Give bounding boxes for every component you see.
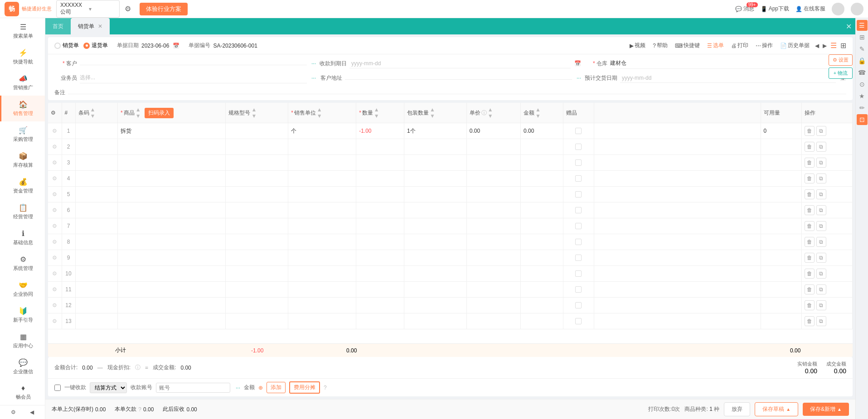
row-barcode[interactable] [75, 171, 118, 187]
row-barcode[interactable] [75, 218, 118, 234]
row-product[interactable] [118, 282, 226, 298]
row-gift[interactable] [563, 187, 594, 202]
row-unitprice[interactable] [466, 139, 520, 155]
row-unit[interactable]: 个 [288, 123, 356, 139]
copy-row-icon[interactable]: ⧉ [816, 269, 826, 279]
row-gift[interactable] [563, 171, 594, 187]
copy-row-icon[interactable]: ⧉ [816, 158, 826, 168]
row-spec[interactable] [226, 234, 288, 250]
add-payment-icon[interactable]: ⊕ [258, 385, 263, 391]
row-amount[interactable] [521, 250, 563, 266]
sidebar-settings-icon[interactable]: ⚙ [11, 409, 16, 415]
row-product[interactable] [118, 139, 226, 155]
copy-row-icon[interactable]: ⧉ [816, 173, 826, 183]
row-unitprice[interactable]: 0.00 [466, 123, 520, 139]
copy-row-icon[interactable]: ⧉ [816, 253, 826, 263]
row-pkgqty[interactable] [404, 234, 467, 250]
warehouse-input[interactable]: 建材仓 [610, 58, 837, 69]
row-unit[interactable] [288, 218, 356, 234]
row-product[interactable] [118, 218, 226, 234]
row-gift[interactable] [563, 298, 594, 313]
right-tool-circle[interactable]: ⊙ [857, 79, 868, 90]
row-amount[interactable] [521, 282, 563, 298]
row-unitprice[interactable] [466, 155, 520, 171]
settings-icon[interactable]: ⚙ [121, 3, 134, 15]
form-settings-button[interactable]: ⚙ 设置 [829, 54, 853, 66]
row-qty[interactable] [356, 282, 404, 298]
sidebar-item-purchase[interactable]: 🛒 采购管理 [0, 121, 45, 147]
row-remark[interactable] [594, 171, 761, 187]
row-pkgqty[interactable] [404, 266, 467, 282]
row-remark[interactable] [594, 313, 761, 329]
row-unit[interactable] [288, 171, 356, 187]
sidebar-item-sales[interactable]: 🏠 销售管理 [0, 96, 45, 121]
close-window-icon[interactable]: ✕ [846, 22, 852, 31]
online-service-button[interactable]: 👤 在线客服 [795, 5, 825, 13]
save-new-button[interactable]: 保存&新增 ▲ [803, 403, 849, 416]
account-input[interactable] [156, 383, 230, 393]
copy-row-icon[interactable]: ⧉ [816, 221, 826, 231]
row-unit[interactable] [288, 250, 356, 266]
row-qty[interactable] [356, 139, 404, 155]
row-gift[interactable] [563, 250, 594, 266]
row-qty[interactable] [356, 202, 404, 218]
row-amount[interactable] [521, 298, 563, 313]
row-product[interactable] [118, 171, 226, 187]
row-barcode[interactable] [75, 313, 118, 329]
row-qty[interactable] [356, 187, 404, 202]
row-gift[interactable] [563, 123, 594, 139]
row-unitprice[interactable] [466, 234, 520, 250]
sidebar-collapse-icon[interactable]: ◀ [30, 409, 34, 415]
row-pkgqty[interactable] [404, 218, 467, 234]
row-product[interactable] [118, 187, 226, 202]
row-barcode[interactable] [75, 250, 118, 266]
row-spec[interactable] [226, 202, 288, 218]
row-pkgqty[interactable] [404, 155, 467, 171]
row-product[interactable]: 拆货 [118, 123, 226, 139]
row-amount[interactable]: 0.00 [521, 123, 563, 139]
copy-row-icon[interactable]: ⧉ [816, 300, 826, 310]
delete-row-icon[interactable]: 🗑 [805, 237, 815, 247]
right-tool-list[interactable]: ☰ [857, 20, 868, 31]
delete-row-icon[interactable]: 🗑 [805, 173, 815, 183]
sidebar-item-finance[interactable]: 💰 资金管理 [0, 173, 45, 199]
delete-row-icon[interactable]: 🗑 [805, 126, 815, 136]
row-barcode[interactable] [75, 202, 118, 218]
copy-row-icon[interactable]: ⧉ [816, 316, 826, 326]
avatar-2[interactable] [851, 3, 863, 15]
row-amount[interactable] [521, 171, 563, 187]
delete-row-icon[interactable]: 🗑 [805, 284, 815, 294]
row-qty[interactable] [356, 313, 404, 329]
table-scroll[interactable]: ⚙ # 条码▲▼ *商品▲▼ 扫码录入 [48, 103, 853, 343]
row-unit[interactable] [288, 266, 356, 282]
radio-sales[interactable]: 销货单 [54, 42, 79, 49]
staff-more-icon[interactable]: ··· [311, 75, 316, 81]
customer-more-icon[interactable]: ··· [311, 60, 316, 67]
col-settings[interactable]: ⚙ [48, 103, 62, 123]
row-pkgqty[interactable] [404, 298, 467, 313]
row-pkgqty[interactable] [404, 171, 467, 187]
list-view-icon[interactable]: ☰ [830, 41, 837, 50]
row-spec[interactable] [226, 155, 288, 171]
select-btn[interactable]: ☰ 选单 [705, 41, 726, 50]
row-qty[interactable] [356, 266, 404, 282]
row-unitprice[interactable] [466, 313, 520, 329]
staff-input[interactable]: 选择... [80, 72, 307, 83]
right-tool-edit[interactable]: ✎ [857, 43, 868, 54]
row-gift[interactable] [563, 202, 594, 218]
delete-row-icon[interactable]: 🗑 [805, 158, 815, 168]
row-qty[interactable] [356, 218, 404, 234]
sidebar-item-guide[interactable]: 🔰 新手引导 [0, 302, 45, 328]
row-remark[interactable] [594, 282, 761, 298]
row-spec[interactable] [226, 266, 288, 282]
row-product[interactable] [118, 313, 226, 329]
delete-row-icon[interactable]: 🗑 [805, 221, 815, 231]
right-tool-phone[interactable]: ☎ [857, 67, 868, 78]
row-amount[interactable] [521, 313, 563, 329]
tab-home[interactable]: 首页 [45, 18, 71, 34]
row-pkgqty[interactable] [404, 282, 467, 298]
row-unitprice[interactable] [466, 282, 520, 298]
row-gift[interactable] [563, 218, 594, 234]
row-amount[interactable] [521, 234, 563, 250]
row-qty[interactable] [356, 298, 404, 313]
